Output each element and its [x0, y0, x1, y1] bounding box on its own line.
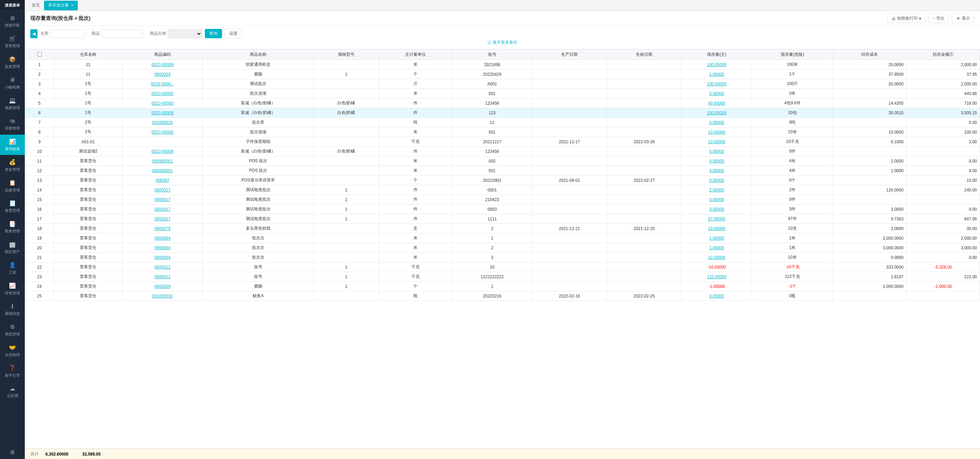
row-qty-main[interactable]: 0.00000: [682, 175, 752, 185]
sidebar-item-hr[interactable]: 👤 工资: [0, 258, 25, 279]
row-code[interactable]: 0000084: [122, 233, 203, 243]
sidebar-logo[interactable]: 搜索菜单: [0, 0, 25, 11]
tab-inventory-batch[interactable]: 库存批次量 ✕: [44, 1, 78, 10]
sidebar-collapse-button[interactable]: ◀: [30, 29, 38, 38]
expand-conditions-button[interactable]: ☑ 展开更多条件: [487, 40, 517, 45]
row-qty-main[interactable]: 49.60000: [682, 99, 752, 108]
sidebar-item-inventory[interactable]: 📊 库存核算: [0, 135, 25, 155]
row-code[interactable]: 0000084: [122, 243, 203, 253]
row-name: 批次选项: [203, 89, 313, 99]
row-qty-main[interactable]: -16.00000: [682, 262, 752, 272]
tab-close-icon[interactable]: ✕: [71, 3, 74, 7]
sidebar-item-cloud[interactable]: ☁ 云应用: [0, 381, 25, 402]
col-warehouse: 仓库名称: [54, 49, 123, 60]
sidebar-settings[interactable]: ⚙: [0, 446, 25, 459]
row-code[interactable]: [122, 137, 203, 147]
export-button[interactable]: ↑ 导出: [928, 14, 949, 23]
row-prod-date: [532, 108, 607, 118]
sidebar-item-general[interactable]: 📋 总账管理: [0, 175, 25, 196]
row-qty-main[interactable]: 87.00000: [682, 214, 752, 224]
sidebar-item-guide[interactable]: ❓ 新手引导: [0, 361, 25, 381]
row-code[interactable]: 000097: [122, 175, 203, 185]
row-qty-main[interactable]: 122.00000: [682, 272, 752, 282]
sidebar-item-tax[interactable]: 📑 税务管理: [0, 217, 25, 237]
sidebar-item-sys[interactable]: ⚙ 系统管理: [0, 320, 25, 341]
row-code[interactable]: 0023-00005: [122, 99, 203, 108]
row-code[interactable]: 0000017: [122, 204, 203, 214]
row-prod-date: 2021-12-21: [532, 224, 607, 233]
row-qty-main[interactable]: -1.00000: [682, 282, 752, 291]
category-select[interactable]: [168, 29, 202, 38]
sidebar-item-quick-nav[interactable]: ⊞ 快捷导航: [0, 11, 25, 32]
sidebar-item-basic[interactable]: ℹ 基础信息: [0, 299, 25, 320]
row-code[interactable]: 000900001: [122, 166, 203, 175]
row-cost: [833, 195, 906, 204]
row-code[interactable]: 0000017: [122, 195, 203, 204]
row-qty-main[interactable]: 4.00000: [682, 156, 752, 166]
sidebar-item-purchase[interactable]: 🛍 采购管理: [0, 114, 25, 135]
row-qty-main[interactable]: 100.00000: [682, 79, 752, 89]
row-qty-main[interactable]: 0.00000: [682, 147, 752, 156]
row-qty-main[interactable]: 10.00000: [682, 253, 752, 262]
row-cost: [833, 118, 906, 128]
row-code[interactable]: 0023-0000...: [122, 79, 203, 89]
row-batch: 123: [452, 108, 532, 118]
row-code[interactable]: 0023-00005: [122, 89, 203, 99]
row-code[interactable]: 0000029: [122, 282, 203, 291]
product-input[interactable]: [101, 29, 143, 38]
row-code[interactable]: 0023-00008: [122, 147, 203, 156]
row-code[interactable]: 0000012: [122, 272, 203, 282]
row-qty-main[interactable]: 10.00000: [682, 128, 752, 137]
row-code[interactable]: 0000017: [122, 214, 203, 224]
sidebar-item-collab[interactable]: 🤝 企业协同: [0, 341, 25, 361]
sidebar-item-invoice[interactable]: 🧾 发票管理: [0, 196, 25, 217]
row-qty-main[interactable]: 3.00000: [682, 204, 752, 214]
purchase-icon: 🛍: [2, 118, 24, 125]
row-qty-main[interactable]: 4.00000: [682, 166, 752, 175]
warehouse-input[interactable]: [50, 29, 84, 38]
row-qty-main[interactable]: 100.00000: [682, 108, 752, 118]
row-code[interactable]: 000900001: [122, 156, 203, 166]
sidebar-item-finance[interactable]: 💰 资金管理: [0, 155, 25, 175]
tab-home[interactable]: 首页: [27, 1, 44, 10]
row-exp-date: [607, 243, 682, 253]
select-all-checkbox[interactable]: [37, 52, 41, 56]
sidebar-item-fixed-assets[interactable]: 🏢 固定资产: [0, 237, 25, 258]
row-qty-main[interactable]: 10.00000: [682, 137, 752, 147]
col-code: 商品编码: [122, 49, 203, 60]
sidebar-item-wholesale[interactable]: 📦 批发管理: [0, 53, 25, 73]
sidebar-item-retail[interactable]: 🛒 零售管理: [0, 32, 25, 53]
row-code[interactable]: 0000017: [122, 185, 203, 195]
row-qty-main[interactable]: 0.00000: [682, 118, 752, 128]
row-code[interactable]: 0023-00009: [122, 60, 203, 70]
row-qty-main[interactable]: 1.00000: [682, 243, 752, 253]
row-code[interactable]: 0000029: [122, 70, 203, 79]
row-code[interactable]: 0023-00008: [122, 108, 203, 118]
print-button[interactable]: 🖨 按模板打印 ▾: [887, 14, 926, 23]
row-code[interactable]: 001000026: [122, 118, 203, 128]
row-code[interactable]: 001000031: [122, 291, 203, 301]
display-button[interactable]: 👁 显示: [952, 14, 975, 23]
row-qty-main[interactable]: 10.00000: [682, 224, 752, 233]
row-qty-main[interactable]: 0.00000: [682, 89, 752, 99]
row-qty-main[interactable]: 0.00000: [682, 195, 752, 204]
inventory-icon: 📊: [2, 138, 24, 146]
sidebar-item-mgmt[interactable]: 📈 经营管理: [0, 279, 25, 299]
row-code[interactable]: 0000078: [122, 224, 203, 233]
row-qty-main[interactable]: 100.00000: [682, 60, 752, 70]
row-code[interactable]: 0023-00005: [122, 128, 203, 137]
row-exp-date: 2022-02-27: [607, 175, 682, 185]
search-button[interactable]: 查询: [205, 29, 222, 38]
display-icon: 👁: [956, 16, 960, 21]
row-qty-main[interactable]: 2.00000: [682, 185, 752, 195]
row-qty-main[interactable]: 0.00000: [682, 291, 752, 301]
row-qty-main[interactable]: 1.00000: [682, 233, 752, 243]
sidebar-item-small-ecom[interactable]: 🖥 小幅电商: [0, 73, 25, 93]
row-qty-main[interactable]: 1.00000: [682, 70, 752, 79]
sidebar-item-ecom[interactable]: 💻 电商管理: [0, 93, 25, 114]
row-no: 15: [25, 195, 54, 204]
row-code[interactable]: 0000084: [122, 253, 203, 262]
row-code[interactable]: 0000012: [122, 262, 203, 272]
setup-button[interactable]: 设置: [225, 29, 242, 38]
col-checkbox[interactable]: [25, 49, 54, 60]
